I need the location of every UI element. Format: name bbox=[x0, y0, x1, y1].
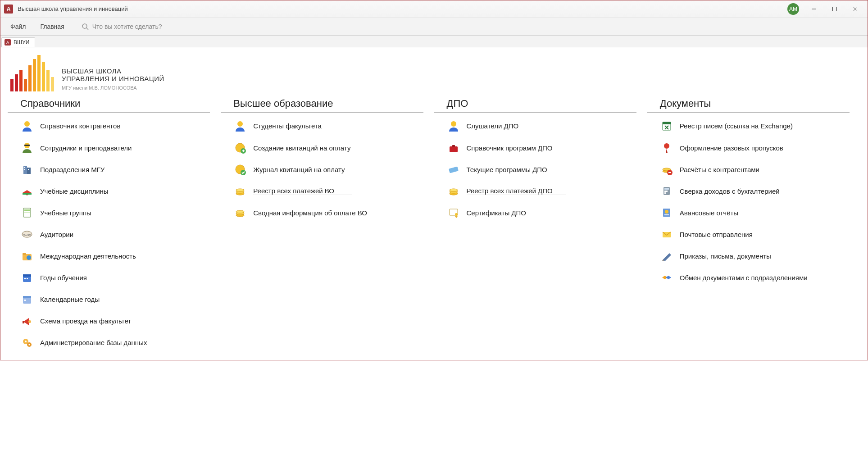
nav-item-label: Справочник программ ДПО bbox=[467, 144, 553, 152]
menu-file[interactable]: Файл bbox=[4, 20, 32, 33]
menu-home[interactable]: Главная bbox=[34, 20, 70, 33]
logo-line2: УПРАВЛЕНИЯ И ИННОВАЦИЙ bbox=[62, 75, 164, 82]
coins-icon bbox=[233, 206, 247, 219]
nav-item[interactable]: Администрирование базы данных bbox=[20, 336, 210, 349]
briefcase-red-icon bbox=[447, 141, 460, 155]
envelope-icon bbox=[660, 227, 673, 241]
coins-minus-icon bbox=[660, 163, 673, 176]
nav-item-label: Сводная информация об оплате ВО bbox=[253, 209, 367, 217]
nav-item[interactable]: Авансовые отчёты bbox=[660, 206, 850, 219]
nav-item-label: Текущие программы ДПО bbox=[467, 166, 547, 173]
nav-item[interactable]: Справочник программ ДПО bbox=[447, 141, 636, 155]
nav-item[interactable]: Почтовые отправления bbox=[660, 227, 850, 241]
nav-item[interactable]: Международная деятельность bbox=[20, 249, 210, 263]
ribbon-menubar: Файл Главная bbox=[0, 18, 868, 36]
column-header: Документы bbox=[647, 96, 850, 113]
nav-item-label: Международная деятельность bbox=[40, 252, 136, 260]
nav-item[interactable]: Сверка доходов с бухгалтерией bbox=[660, 184, 850, 198]
nav-item[interactable]: Реестр всех платежей ДПО bbox=[447, 184, 636, 198]
svg-line-5 bbox=[86, 28, 88, 30]
nav-item[interactable]: Справочник контрагентов bbox=[20, 119, 210, 133]
svg-rect-8 bbox=[19, 70, 23, 91]
coins-icon bbox=[447, 184, 460, 198]
nav-item-label: Приказы, письма, документы bbox=[680, 252, 771, 260]
nav-item[interactable]: Схема проезда на факультет bbox=[20, 314, 210, 327]
logo-bars-icon bbox=[8, 53, 57, 93]
nav-item[interactable]: Слушатели ДПО bbox=[447, 119, 636, 133]
svg-rect-11 bbox=[33, 59, 36, 91]
nav-item-label: Учебные группы bbox=[40, 209, 91, 217]
nav-item[interactable]: Создание квитанций на оплату bbox=[233, 141, 423, 155]
nav-item-label: Реестр всех платежей ДПО bbox=[467, 187, 566, 195]
nav-item[interactable]: Годы обучения bbox=[20, 271, 210, 284]
nav-item[interactable]: Сотрудники и преподаватели bbox=[20, 141, 210, 155]
nav-item-label: Сотрудники и преподаватели bbox=[40, 144, 132, 152]
report-icon bbox=[660, 206, 673, 219]
svg-rect-1 bbox=[833, 7, 837, 11]
column-2: ДПОСлушатели ДПОСправочник программ ДПОТ… bbox=[434, 96, 647, 349]
nav-item-label: Авансовые отчёты bbox=[680, 209, 738, 217]
calendar-light-icon bbox=[20, 292, 34, 306]
maximize-icon bbox=[832, 6, 837, 12]
access-app-icon: A bbox=[4, 5, 13, 14]
column-item-list: Слушатели ДПОСправочник программ ДПОТеку… bbox=[434, 119, 636, 219]
nav-item[interactable]: Сводная информация об оплате ВО bbox=[233, 206, 423, 219]
column-0: СправочникиСправочник контрагентовСотруд… bbox=[8, 96, 221, 349]
nav-item[interactable]: Студенты факультета bbox=[233, 119, 423, 133]
nav-item-label: Учебные дисциплины bbox=[40, 187, 109, 195]
nav-item-label: Расчёты с контрагентами bbox=[680, 166, 759, 173]
title-bar: A Высшая школа управления и инноваций АМ bbox=[0, 0, 868, 18]
nav-item-label: Схема проезда на факультет bbox=[40, 317, 131, 325]
ticket-icon bbox=[447, 163, 460, 176]
nav-item[interactable]: Реестр писем (ссылка на Exchange) bbox=[660, 119, 850, 133]
close-button[interactable] bbox=[845, 0, 866, 18]
coins-icon bbox=[233, 184, 247, 198]
nav-item-label: Оформление разовых пропусков bbox=[680, 144, 783, 152]
logo-line1: ВЫСШАЯ ШКОЛА bbox=[62, 67, 164, 75]
nav-item-label: Создание квитанций на оплату bbox=[253, 144, 350, 152]
column-header: Справочники bbox=[8, 96, 210, 113]
close-icon bbox=[853, 6, 858, 12]
minimize-icon bbox=[811, 6, 817, 12]
nav-item[interactable]: Журнал квитанций на оплату bbox=[233, 163, 423, 176]
tab-main[interactable]: A ВШУИ bbox=[1, 37, 35, 47]
minimize-button[interactable] bbox=[804, 0, 824, 18]
person-yellow-icon bbox=[233, 119, 247, 133]
nav-item[interactable]: Аудитории bbox=[20, 227, 210, 241]
tell-me-input[interactable] bbox=[92, 23, 209, 30]
megaphone-icon bbox=[20, 314, 34, 327]
nav-item[interactable]: Обмен документами с подразделениями bbox=[660, 271, 850, 284]
nav-item-label: Справочник контрагентов bbox=[40, 122, 139, 130]
maximize-button[interactable] bbox=[824, 0, 845, 18]
nav-item[interactable]: Приказы, письма, документы bbox=[660, 249, 850, 263]
nav-item[interactable]: Оформление разовых пропусков bbox=[660, 141, 850, 155]
folder-globe-icon bbox=[20, 249, 34, 263]
nav-item[interactable]: Учебные дисциплины bbox=[20, 184, 210, 198]
window-title: Высшая школа управления и инноваций bbox=[18, 5, 128, 12]
nav-item-label: Сверка доходов с бухгалтерией bbox=[680, 187, 780, 195]
nav-item[interactable]: Расчёты с контрагентами bbox=[660, 163, 850, 176]
tell-me-search[interactable] bbox=[82, 23, 209, 30]
nav-item[interactable]: Подразделения МГУ bbox=[20, 163, 210, 176]
tab-label: ВШУИ bbox=[14, 39, 29, 45]
svg-point-4 bbox=[82, 24, 87, 28]
svg-rect-12 bbox=[37, 55, 41, 91]
nav-columns: СправочникиСправочник контрагентовСотруд… bbox=[8, 96, 860, 349]
svg-rect-14 bbox=[46, 70, 50, 91]
nav-item-label: Студенты факультета bbox=[253, 122, 352, 130]
nav-item[interactable]: Календарные годы bbox=[20, 292, 210, 306]
nav-item[interactable]: Текущие программы ДПО bbox=[447, 163, 636, 176]
user-avatar[interactable]: АМ bbox=[787, 3, 799, 15]
building-icon bbox=[20, 163, 34, 176]
nav-item-label: Почтовые отправления bbox=[680, 231, 753, 238]
nav-item[interactable]: Учебные группы bbox=[20, 206, 210, 219]
column-header: Высшее образование bbox=[221, 96, 423, 113]
person-yellow-icon bbox=[447, 119, 460, 133]
nav-item-label: Реестр писем (ссылка на Exchange) bbox=[680, 122, 806, 130]
excel-icon bbox=[660, 119, 673, 133]
nav-item-label: Слушатели ДПО bbox=[467, 122, 566, 130]
nav-item[interactable]: Реестр всех платежей ВО bbox=[233, 184, 423, 198]
nav-item-label: Администрирование базы данных bbox=[40, 339, 147, 346]
nav-item[interactable]: Сертификаты ДПО bbox=[447, 206, 636, 219]
column-item-list: Справочник контрагентовСотрудники и преп… bbox=[8, 119, 210, 349]
